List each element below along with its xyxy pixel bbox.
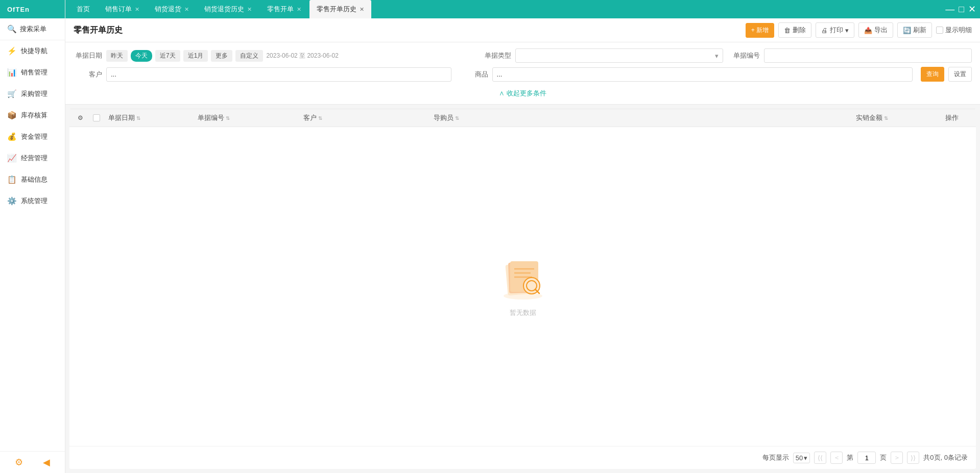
sidebar-item-system[interactable]: ⚙️ 系统管理 xyxy=(0,190,65,212)
customer-sort-icon: ⇅ xyxy=(318,115,322,121)
goods-label: 商品 xyxy=(460,70,488,79)
basic-icon: 📋 xyxy=(7,175,17,184)
sidebar-item-basic[interactable]: 📋 基础信息 xyxy=(0,169,65,190)
close-sales-return-history-icon[interactable]: ✕ xyxy=(247,6,252,13)
customer-value: ... xyxy=(111,70,116,78)
sidebar-item-finance[interactable]: 💰 资金管理 xyxy=(0,126,65,147)
type-field: 单据类型 ▾ xyxy=(483,48,723,63)
date-btn-custom[interactable]: 自定义 xyxy=(235,50,263,62)
th-date[interactable]: 单据日期 ⇅ xyxy=(104,113,194,122)
th-amount-label: 实销金额 xyxy=(856,113,882,122)
tab-sales-return-label: 销货退货 xyxy=(155,5,181,14)
more-conditions-toggle[interactable]: ∧ 收起更多条件 xyxy=(74,86,972,100)
th-amount[interactable]: 实销金额 ⇅ xyxy=(852,113,941,122)
th-guide-label: 导购员 xyxy=(434,113,453,122)
tab-home[interactable]: 首页 xyxy=(69,0,97,18)
sidebar-item-quick-nav[interactable]: ⚡ 快捷导航 xyxy=(0,40,65,62)
query-button[interactable]: 查询 xyxy=(921,67,944,82)
quick-nav-icon: ⚡ xyxy=(7,46,17,56)
print-icon: 🖨 xyxy=(821,27,828,34)
date-buttons: 昨天 今天 近7天 近1月 更多 自定义 2023-06-02 至 2023-0… xyxy=(106,50,339,62)
select-all-checkbox[interactable] xyxy=(93,114,100,121)
tab-sales-order[interactable]: 销售订单 ✕ xyxy=(98,0,147,18)
th-num[interactable]: 单据编号 ⇅ xyxy=(194,113,299,122)
sidebar-item-label: 基础信息 xyxy=(21,175,47,184)
content-area: ⚙ 单据日期 ⇅ 单据编号 ⇅ 客户 ⇅ 导购员 ⇅ 实销金额 xyxy=(69,109,976,469)
close-retail-history-icon[interactable]: ✕ xyxy=(360,6,364,13)
tab-home-label: 首页 xyxy=(77,5,90,14)
sidebar-item-label: 库存核算 xyxy=(21,111,47,120)
settings-icon[interactable]: ⚙ xyxy=(15,457,23,468)
close-sales-return-icon[interactable]: ✕ xyxy=(184,6,189,13)
date-btn-today[interactable]: 今天 xyxy=(131,50,152,62)
delete-icon: 🗑 xyxy=(784,27,791,34)
per-page-value: 50 xyxy=(796,454,803,462)
date-btn-1month[interactable]: 近1月 xyxy=(183,50,208,62)
page-label: 页 xyxy=(880,453,887,462)
th-op: 操作 xyxy=(941,113,972,122)
sidebar-item-inventory[interactable]: 📦 库存核算 xyxy=(0,105,65,126)
prev-page-btn[interactable]: ＜ xyxy=(830,452,843,464)
per-page-select[interactable]: 50 ▾ xyxy=(793,453,810,463)
sidebar-item-sales[interactable]: 📊 销售管理 xyxy=(0,62,65,83)
sidebar-item-operations[interactable]: 📈 经营管理 xyxy=(0,147,65,169)
th-gear[interactable]: ⚙ xyxy=(74,114,89,121)
maximize-icon[interactable]: □ xyxy=(959,4,964,15)
sidebar-item-label: 销售管理 xyxy=(21,68,47,77)
date-btn-more[interactable]: 更多 xyxy=(211,50,232,62)
type-select[interactable]: ▾ xyxy=(515,48,723,63)
search-icon: 🔍 xyxy=(7,24,17,34)
sidebar-item-purchase[interactable]: 🛒 采购管理 xyxy=(0,83,65,105)
tab-retail-history-label: 零售开单历史 xyxy=(317,5,356,14)
sidebar-bottom: ⚙ ◀ xyxy=(0,451,65,473)
tab-sales-return[interactable]: 销货退货 ✕ xyxy=(148,0,196,18)
first-page-btn[interactable]: ⟨⟨ xyxy=(814,452,826,464)
goods-field: 商品 ... xyxy=(460,67,913,82)
th-guide[interactable]: 导购员 ⇅ xyxy=(429,113,519,122)
settings-button[interactable]: 设置 xyxy=(948,67,972,82)
next-page-btn[interactable]: ＞ xyxy=(891,452,903,464)
close-sales-order-icon[interactable]: ✕ xyxy=(135,6,139,13)
search-area: 单据日期 昨天 今天 近7天 近1月 更多 自定义 2023-06-02 至 2… xyxy=(65,42,980,105)
show-detail-toggle[interactable]: 显示明细 xyxy=(936,26,972,35)
th-checkbox[interactable] xyxy=(89,114,104,121)
minimize-icon[interactable]: — xyxy=(945,4,954,15)
num-input[interactable] xyxy=(764,48,972,63)
tab-sales-order-label: 销售订单 xyxy=(105,5,132,14)
date-sort-icon: ⇅ xyxy=(136,115,140,121)
purchase-icon: 🛒 xyxy=(7,89,17,98)
page-input[interactable]: 1 xyxy=(857,452,876,464)
date-btn-7days[interactable]: 近7天 xyxy=(155,50,180,62)
refresh-button[interactable]: 🔄 刷新 xyxy=(897,22,932,38)
export-button[interactable]: 📤 导出 xyxy=(858,22,893,38)
show-detail-checkbox[interactable] xyxy=(936,27,943,34)
print-label: 打印 xyxy=(830,26,843,35)
add-button[interactable]: + 新增 xyxy=(746,23,774,38)
export-label: 导出 xyxy=(874,26,888,35)
last-page-btn[interactable]: ⟩⟩ xyxy=(907,452,919,464)
th-customer[interactable]: 客户 ⇅ xyxy=(299,113,429,122)
page-word: 第 xyxy=(847,453,853,462)
th-num-label: 单据编号 xyxy=(198,113,224,122)
window-controls: — □ ✕ xyxy=(945,4,976,15)
goods-select[interactable]: ... xyxy=(492,67,913,82)
th-date-label: 单据日期 xyxy=(108,113,135,122)
delete-button[interactable]: 🗑 删除 xyxy=(778,22,811,38)
table-header: ⚙ 单据日期 ⇅ 单据编号 ⇅ 客户 ⇅ 导购员 ⇅ 实销金额 xyxy=(69,109,976,127)
tab-sales-return-history[interactable]: 销货退货历史 ✕ xyxy=(197,0,259,18)
brand-logo: OfTEn xyxy=(7,6,30,13)
date-field: 单据日期 昨天 今天 近7天 近1月 更多 自定义 2023-06-02 至 2… xyxy=(74,50,474,62)
date-btn-yesterday[interactable]: 昨天 xyxy=(106,50,128,62)
tab-retail-history[interactable]: 零售开单历史 ✕ xyxy=(309,0,371,18)
more-conditions-label: ∧ 收起更多条件 xyxy=(499,89,546,98)
close-retail-open-icon[interactable]: ✕ xyxy=(297,6,301,13)
date-range-display: 2023-06-02 至 2023-06-02 xyxy=(266,52,338,60)
customer-select[interactable]: ... xyxy=(106,67,451,82)
th-customer-label: 客户 xyxy=(303,113,317,122)
search-row-2: 客户 ... 商品 ... 查询 设置 xyxy=(74,67,972,82)
collapse-icon[interactable]: ◀ xyxy=(43,457,50,468)
tab-retail-open[interactable]: 零售开单 ✕ xyxy=(260,0,308,18)
close-window-icon[interactable]: ✕ xyxy=(968,4,976,15)
print-button[interactable]: 🖨 打印 ▾ xyxy=(816,22,854,38)
sidebar-search[interactable]: 🔍 搜索采单 xyxy=(0,18,65,40)
